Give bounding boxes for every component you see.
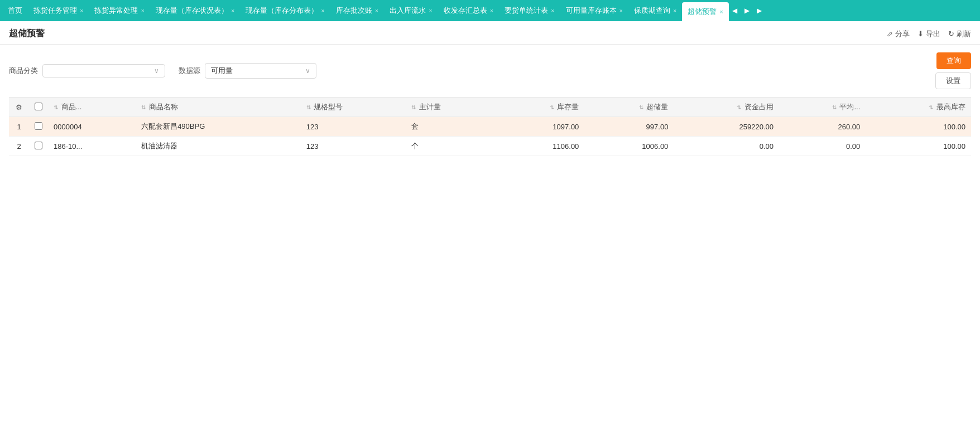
nav-item-4[interactable]: 现存量（库存分布表） × bbox=[240, 0, 330, 21]
th-avg[interactable]: ⇅ 平均... bbox=[779, 98, 866, 117]
nav-item-11[interactable]: 超储预警 × bbox=[682, 2, 728, 21]
refresh-icon: ↻ bbox=[948, 30, 954, 38]
nav-next-arrow[interactable]: ▶ bbox=[741, 0, 753, 21]
row-capital: 0.00 bbox=[674, 137, 779, 156]
nav-item-11-label: 超储预警 bbox=[688, 7, 717, 17]
nav-item-2[interactable]: 拣货异常处理 × bbox=[89, 0, 150, 21]
nav-item-7[interactable]: 收发存汇总表 × bbox=[438, 0, 499, 21]
row-max-stock: 100.00 bbox=[866, 137, 971, 156]
nav-item-9[interactable]: 可用量库存账本 × bbox=[560, 0, 628, 21]
nav-item-6-label: 出入库流水 bbox=[390, 6, 426, 16]
datasource-select-value: 可用量 bbox=[211, 66, 233, 76]
nav-close-3[interactable]: × bbox=[231, 7, 234, 14]
header-actions: ⬀ 分享 ⬇ 导出 ↻ 刷新 bbox=[887, 29, 971, 39]
row-index: 1 bbox=[9, 117, 29, 137]
nav-item-1-label: 拣货任务管理 bbox=[33, 6, 77, 16]
nav-close-8[interactable]: × bbox=[551, 7, 554, 14]
datasource-filter-group: 数据源 可用量 ∨ bbox=[179, 63, 316, 79]
th-max-stock[interactable]: ⇅ 最高库存 bbox=[866, 98, 971, 117]
nav-item-7-label: 收发存汇总表 bbox=[444, 6, 487, 16]
nav-item-home[interactable]: 首页 bbox=[2, 0, 28, 21]
th-stock[interactable]: ⇅ 库存量 bbox=[495, 98, 584, 117]
row-product-name: 六配套新昌490BPG bbox=[136, 117, 301, 137]
row-checkbox-cell[interactable] bbox=[29, 137, 48, 156]
row-overstock: 1006.00 bbox=[584, 137, 674, 156]
nav-item-home-label: 首页 bbox=[8, 6, 22, 16]
datasource-select[interactable]: 可用量 ∨ bbox=[205, 63, 316, 79]
nav-item-3[interactable]: 现存量（库存状况表） × bbox=[150, 0, 240, 21]
query-button[interactable]: 查询 bbox=[936, 52, 971, 69]
th-checkbox[interactable] bbox=[29, 98, 48, 117]
row-unit: 个 bbox=[406, 137, 495, 156]
sort-icon-name: ⇅ bbox=[141, 104, 146, 110]
nav-prev-arrow[interactable]: ◀ bbox=[729, 0, 741, 21]
nav-close-10[interactable]: × bbox=[673, 7, 676, 14]
th-product-code[interactable]: ⇅ 商品... bbox=[48, 98, 136, 117]
row-stock: 1097.00 bbox=[495, 117, 584, 137]
nav-item-9-label: 可用量库存账本 bbox=[566, 6, 617, 16]
nav-item-4-label: 现存量（库存分布表） bbox=[246, 6, 318, 16]
nav-close-9[interactable]: × bbox=[619, 7, 623, 14]
page-title: 超储预警 bbox=[9, 28, 45, 40]
nav-close-5[interactable]: × bbox=[375, 7, 378, 14]
nav-item-5-label: 库存批次账 bbox=[336, 6, 372, 16]
share-button[interactable]: ⬀ 分享 bbox=[887, 29, 910, 39]
row-stock: 1106.00 bbox=[495, 137, 584, 156]
th-unit[interactable]: ⇅ 主计量 bbox=[406, 98, 495, 117]
table-header: ⚙ ⇅ 商品... ⇅ 商品名称 ⇅ 规格型号 ⇅ bbox=[9, 98, 971, 117]
nav-close-4[interactable]: × bbox=[321, 7, 324, 14]
datasource-chevron-icon: ∨ bbox=[305, 67, 310, 75]
th-spec[interactable]: ⇅ 规格型号 bbox=[301, 98, 406, 117]
sort-icon-overstock: ⇅ bbox=[639, 104, 643, 110]
set-button[interactable]: 设置 bbox=[935, 72, 971, 89]
top-nav: 首页 拣货任务管理 × 拣货异常处理 × 现存量（库存状况表） × 现存量（库存… bbox=[0, 0, 980, 21]
filter-area: 商品分类 ∨ 数据源 可用量 ∨ 查询 设置 bbox=[0, 45, 980, 97]
th-capital[interactable]: ⇅ 资金占用 bbox=[674, 98, 779, 117]
nav-item-5[interactable]: 库存批次账 × bbox=[330, 0, 384, 21]
nav-item-10-label: 保质期查询 bbox=[634, 6, 670, 16]
nav-item-8[interactable]: 要货单统计表 × bbox=[499, 0, 560, 21]
category-select[interactable]: ∨ bbox=[42, 64, 165, 77]
sort-icon-code: ⇅ bbox=[54, 104, 58, 110]
chevron-down-icon: ∨ bbox=[154, 67, 159, 75]
row-checkbox-cell[interactable] bbox=[29, 117, 48, 137]
sort-icon-spec: ⇅ bbox=[306, 104, 311, 110]
row-avg: 0.00 bbox=[779, 137, 866, 156]
refresh-label: 刷新 bbox=[957, 29, 971, 39]
nav-item-6[interactable]: 出入库流水 × bbox=[384, 0, 438, 21]
th-gear[interactable]: ⚙ bbox=[9, 98, 29, 117]
th-overstock[interactable]: ⇅ 超储量 bbox=[584, 98, 674, 117]
refresh-button[interactable]: ↻ 刷新 bbox=[948, 29, 971, 39]
row-max-stock: 100.00 bbox=[866, 117, 971, 137]
row-spec: 123 bbox=[301, 137, 406, 156]
sort-icon-max: ⇅ bbox=[929, 104, 933, 110]
nav-close-2[interactable]: × bbox=[141, 7, 144, 14]
category-label: 商品分类 bbox=[9, 66, 38, 76]
select-all-checkbox[interactable] bbox=[35, 103, 42, 110]
nav-item-2-label: 拣货异常处理 bbox=[94, 6, 138, 16]
table-row: 2 186-10... 机油滤清器 123 个 1106.00 1006.00 … bbox=[9, 137, 971, 156]
nav-item-10[interactable]: 保质期查询 × bbox=[628, 0, 682, 21]
nav-close-6[interactable]: × bbox=[429, 7, 432, 14]
export-button[interactable]: ⬇ 导出 bbox=[917, 29, 940, 39]
nav-item-1[interactable]: 拣货任务管理 × bbox=[28, 0, 89, 21]
row-product-code: 186-10... bbox=[48, 137, 136, 156]
row-checkbox[interactable] bbox=[35, 122, 42, 130]
nav-close-1[interactable]: × bbox=[80, 7, 83, 14]
nav-close-7[interactable]: × bbox=[490, 7, 493, 14]
sort-icon-stock: ⇅ bbox=[550, 104, 554, 110]
row-checkbox[interactable] bbox=[35, 142, 42, 149]
table-row: 1 0000004 六配套新昌490BPG 123 套 1097.00 997.… bbox=[9, 117, 971, 137]
sort-icon-capital: ⇅ bbox=[737, 104, 741, 110]
nav-close-11[interactable]: × bbox=[719, 8, 723, 15]
row-avg: 260.00 bbox=[779, 117, 866, 137]
export-icon: ⬇ bbox=[917, 30, 924, 38]
sort-icon-unit: ⇅ bbox=[411, 104, 416, 110]
row-product-name: 机油滤清器 bbox=[136, 137, 301, 156]
nav-item-3-label: 现存量（库存状况表） bbox=[156, 6, 228, 16]
th-product-name[interactable]: ⇅ 商品名称 bbox=[136, 98, 301, 117]
share-label: 分享 bbox=[895, 29, 910, 39]
nav-more-arrow[interactable]: ▶ bbox=[753, 0, 766, 21]
sort-icon-avg: ⇅ bbox=[832, 104, 837, 110]
table-container: ⚙ ⇅ 商品... ⇅ 商品名称 ⇅ 规格型号 ⇅ bbox=[0, 97, 980, 156]
